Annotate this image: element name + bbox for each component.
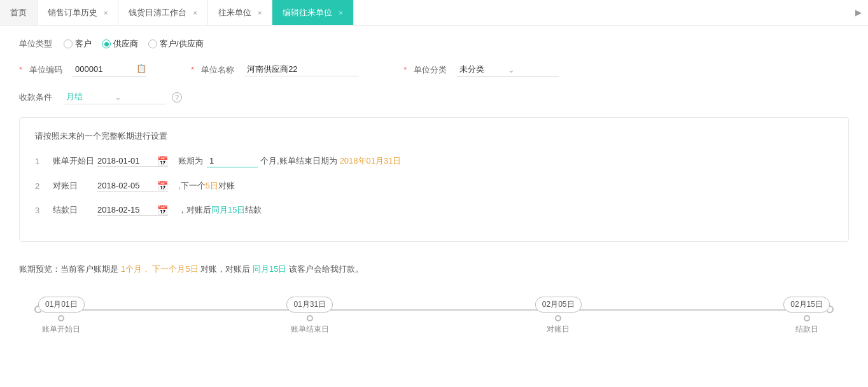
node-sub-4: 结款日 bbox=[795, 324, 818, 335]
period-suffix: 个月,账单结束日期为 bbox=[260, 155, 337, 167]
reconcile-prefix: ,下一个 bbox=[178, 180, 206, 192]
tab-sales-history[interactable]: 销售订单历史 × bbox=[38, 0, 118, 25]
period-input[interactable] bbox=[207, 155, 258, 167]
radio-circle-customer bbox=[64, 39, 73, 48]
reconcile-row: 2 对账日 📅 ,下一个 5日 对账 bbox=[35, 180, 833, 192]
radio-circle-both bbox=[148, 39, 157, 48]
reconcile-date-wrap: 📅 bbox=[97, 181, 168, 192]
payment-suffix: 结款 bbox=[245, 204, 262, 216]
unit-type-radio-group: 客户 供应商 客户/供应商 bbox=[64, 38, 204, 50]
help-icon[interactable]: ? bbox=[172, 92, 182, 102]
preview-text: 账期预览：当前客户账期是 1个月， 下一个月5日 对账，对账后 同月15日 该客… bbox=[19, 264, 849, 275]
reconcile-suffix: 对账 bbox=[218, 180, 235, 192]
category-select[interactable]: 未分类 ⌄ bbox=[457, 62, 559, 77]
account-start-row: 1 账单开始日 📅 账期为 个月,账单结束日期为 2018年01月31日 bbox=[35, 155, 833, 167]
copy-icon[interactable]: 📋 bbox=[136, 64, 146, 74]
box-title: 请按照未来的一个完整帐期进行设置 bbox=[35, 130, 833, 142]
reconcile-highlight: 5日 bbox=[206, 180, 218, 192]
node-badge-2: 01月31日 bbox=[286, 297, 333, 313]
name-label: 单位名称 bbox=[201, 64, 234, 76]
start-date-input[interactable] bbox=[97, 156, 155, 165]
timeline-node-3: 02月05日 对账日 bbox=[535, 297, 582, 335]
payment-date-input[interactable] bbox=[97, 205, 155, 215]
payment-select[interactable]: 月结 ⌄ bbox=[64, 90, 165, 104]
name-input[interactable] bbox=[244, 64, 359, 76]
tab-expand-button[interactable]: ▶ bbox=[849, 0, 868, 25]
node-badge-3: 02月05日 bbox=[535, 297, 582, 313]
settings-box: 请按照未来的一个完整帐期进行设置 1 账单开始日 📅 账期为 个月,账单结束日期… bbox=[19, 117, 849, 242]
category-field: * 单位分类 未分类 ⌄ bbox=[403, 62, 559, 77]
timeline-node-1: 01月01日 账单开始日 bbox=[38, 297, 85, 335]
payment-highlight: 同月15日 bbox=[211, 204, 245, 216]
node-badge-4: 02月15日 bbox=[783, 297, 830, 313]
start-date-calendar-icon[interactable]: 📅 bbox=[157, 156, 168, 166]
code-input[interactable] bbox=[73, 63, 136, 75]
name-field: * 单位名称 bbox=[191, 64, 359, 76]
tab-home[interactable]: 首页 bbox=[0, 0, 38, 25]
preview-label: 账期预览：当前客户账期是 bbox=[19, 264, 118, 274]
row-num-2: 2 bbox=[35, 181, 53, 191]
payment-date-wrap: 📅 bbox=[97, 205, 168, 216]
code-label: 单位编码 bbox=[29, 64, 62, 76]
preview-section: 账期预览：当前客户账期是 1个月， 下一个月5日 对账，对账后 同月15日 该客… bbox=[19, 255, 849, 354]
radio-both[interactable]: 客户/供应商 bbox=[148, 38, 204, 50]
preview-part2: 下一个月5日 bbox=[152, 264, 198, 274]
node-dot-4 bbox=[804, 315, 810, 321]
fields-row: * 单位编码 📋 * 单位名称 * 单位分类 未分类 ⌄ bbox=[19, 62, 849, 77]
row-label-1: 账单开始日 bbox=[53, 155, 97, 167]
row-num-3: 3 bbox=[35, 206, 53, 215]
timeline-node-2: 01月31日 账单结束日 bbox=[286, 297, 333, 335]
unit-type-label: 单位类型 bbox=[19, 38, 52, 50]
node-dot-2 bbox=[307, 315, 313, 321]
code-input-wrap: 📋 bbox=[73, 63, 146, 77]
start-date-wrap: 📅 bbox=[97, 156, 168, 167]
main-content: 单位类型 客户 供应商 客户/供应商 * 单位编码 📋 bbox=[0, 25, 868, 387]
preview-mid: 对账，对账后 bbox=[200, 264, 250, 274]
radio-customer[interactable]: 客户 bbox=[64, 38, 92, 50]
close-tab-sales-history[interactable]: × bbox=[104, 9, 108, 17]
preview-part3: 同月15日 bbox=[253, 264, 286, 274]
node-dot-3 bbox=[555, 315, 561, 321]
category-chevron-icon: ⌄ bbox=[508, 65, 556, 74]
tab-cash-daily[interactable]: 钱货日清工作台 × bbox=[118, 0, 207, 25]
reconcile-calendar-icon[interactable]: 📅 bbox=[157, 181, 168, 191]
tab-edit-partner[interactable]: 编辑往来单位 × bbox=[272, 0, 353, 25]
node-sub-1: 账单开始日 bbox=[42, 324, 80, 335]
payment-prefix: ，对账后 bbox=[178, 204, 211, 216]
row-label-2: 对账日 bbox=[53, 180, 97, 192]
timeline: 01月01日 账单开始日 01月31日 账单结束日 02月05日 对账日 bbox=[19, 290, 849, 354]
close-tab-edit-partner[interactable]: × bbox=[339, 9, 342, 17]
reconcile-date-input[interactable] bbox=[97, 181, 155, 190]
close-tab-cash-daily[interactable]: × bbox=[193, 9, 197, 17]
payment-row: 收款条件 月结 ⌄ ? bbox=[19, 90, 849, 104]
timeline-node-4: 02月15日 结款日 bbox=[783, 297, 830, 335]
payment-calendar-icon[interactable]: 📅 bbox=[157, 205, 168, 215]
payment-chevron-icon: ⌄ bbox=[115, 92, 163, 102]
period-end-date: 2018年01月31日 bbox=[340, 155, 402, 167]
radio-supplier[interactable]: 供应商 bbox=[102, 38, 138, 50]
close-tab-partner[interactable]: × bbox=[258, 9, 262, 17]
period-label: 账期为 bbox=[178, 155, 203, 167]
payment-label: 收款条件 bbox=[19, 92, 52, 103]
node-sub-3: 对账日 bbox=[547, 324, 570, 335]
radio-circle-supplier bbox=[102, 39, 111, 48]
preview-end: 该客户会给我打款。 bbox=[289, 264, 363, 274]
category-label: 单位分类 bbox=[414, 64, 447, 76]
tab-bar: 首页 销售订单历史 × 钱货日清工作台 × 往来单位 × 编辑往来单位 × ▶ bbox=[0, 0, 868, 25]
row-label-3: 结款日 bbox=[53, 204, 97, 216]
unit-type-row: 单位类型 客户 供应商 客户/供应商 bbox=[19, 38, 849, 50]
payment-date-row: 3 结款日 📅 ，对账后 同月15日 结款 bbox=[35, 204, 833, 216]
node-badge-1: 01月01日 bbox=[38, 297, 85, 313]
code-field: * 单位编码 📋 bbox=[19, 63, 146, 77]
node-dot-1 bbox=[58, 315, 64, 321]
node-sub-2: 账单结束日 bbox=[291, 324, 329, 335]
timeline-line bbox=[46, 309, 822, 311]
preview-part1: 1个月， bbox=[121, 264, 150, 274]
row-num-1: 1 bbox=[35, 157, 53, 166]
tab-partner[interactable]: 往来单位 × bbox=[208, 0, 272, 25]
